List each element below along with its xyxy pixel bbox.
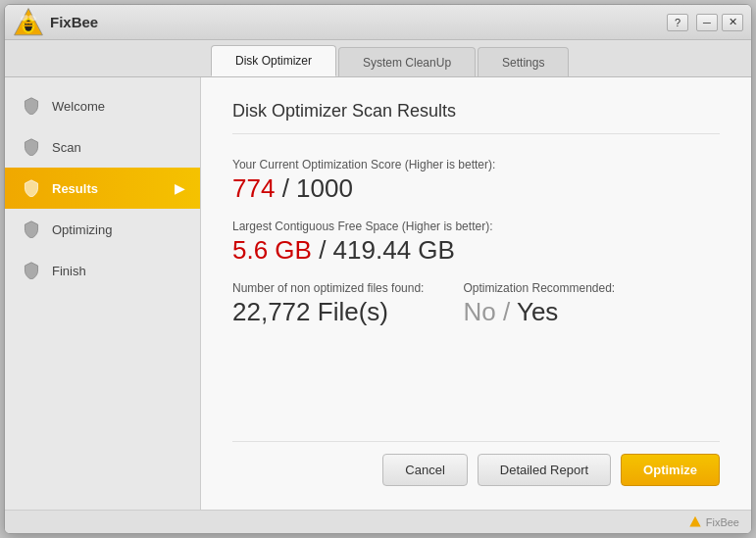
yes-label: Yes [517,297,558,326]
separator: / [503,297,510,326]
score-number: 774 [232,173,275,203]
close-button[interactable]: ✕ [722,14,743,31]
sidebar-item-optimizing[interactable]: Optimizing [5,209,200,250]
free-space-label: Largest Contiguous Free Space (Higher is… [232,220,720,233]
minimize-button[interactable]: ─ [696,14,718,31]
score-denominator: / 1000 [282,173,353,203]
free-space-number: 5.6 GB [232,235,312,265]
optimizing-icon [21,219,42,240]
footer-bee-icon [688,515,702,529]
files-row: Number of non optimized files found: 22,… [232,281,720,327]
sidebar: Welcome Scan Results ▶ [5,77,201,510]
action-buttons: Cancel Detailed Report Optimize [232,441,720,486]
sidebar-item-scan-label: Scan [52,140,81,155]
non-optimized-value: 22,772 File(s) [232,297,424,327]
free-space-value: 5.6 GB / 419.44 GB [232,235,720,266]
optimization-score-value: 774 / 1000 [232,173,720,204]
free-space-denominator: / 419.44 GB [319,235,455,265]
tab-bar: Disk Optimizer System CleanUp Settings [5,40,751,77]
main-layout: Welcome Scan Results ▶ [5,77,751,510]
finish-icon [21,260,42,281]
title-bar: FixBee ? ─ ✕ [5,5,751,40]
content-area: Disk Optimizer Scan Results Your Current… [201,77,751,510]
cancel-button[interactable]: Cancel [382,454,467,486]
svg-point-8 [28,21,31,24]
optimization-recommended-label: Optimization Recommended: [463,281,615,295]
svg-marker-9 [689,515,700,526]
results-icon [21,177,42,199]
welcome-icon [21,95,42,117]
detailed-report-button[interactable]: Detailed Report [478,454,611,486]
sidebar-item-finish[interactable]: Finish [5,250,200,291]
non-optimized-section: Number of non optimized files found: 22,… [232,281,424,327]
sidebar-item-welcome[interactable]: Welcome [5,85,200,126]
app-logo-area: FixBee [13,7,667,38]
sidebar-item-results[interactable]: Results ▶ [5,168,200,209]
window-controls: ? ─ ✕ [667,14,743,31]
optimize-button[interactable]: Optimize [621,454,720,486]
footer-brand-name: FixBee [706,516,739,528]
optimization-score-label: Your Current Optimization Score (Higher … [232,158,720,171]
app-window: FixBee ? ─ ✕ Disk Optimizer System Clean… [4,4,752,534]
page-title: Disk Optimizer Scan Results [232,101,720,134]
optimization-recommended-section: Optimization Recommended: No / Yes [463,281,615,327]
app-title: FixBee [50,14,98,30]
optimization-score-section: Your Current Optimization Score (Higher … [232,158,720,204]
active-arrow-icon: ▶ [175,181,184,196]
help-button[interactable]: ? [667,14,688,31]
no-label: No [463,297,495,326]
free-space-section: Largest Contiguous Free Space (Higher is… [232,220,720,266]
bee-logo-icon [13,7,44,38]
sidebar-item-scan[interactable]: Scan [5,126,200,168]
window-footer: FixBee [5,510,751,533]
footer-brand: FixBee [688,515,739,529]
sidebar-item-results-label: Results [52,181,98,196]
tab-system-cleanup[interactable]: System CleanUp [338,47,476,76]
scan-icon [21,136,42,158]
sidebar-item-welcome-label: Welcome [52,99,105,114]
optimization-recommended-value: No / Yes [463,297,615,327]
tab-disk-optimizer[interactable]: Disk Optimizer [211,45,336,76]
tab-settings[interactable]: Settings [478,47,569,76]
svg-point-7 [25,21,28,24]
content-spacer [232,343,720,441]
sidebar-item-finish-label: Finish [52,264,86,278]
sidebar-item-optimizing-label: Optimizing [52,222,112,237]
non-optimized-label: Number of non optimized files found: [232,281,424,295]
